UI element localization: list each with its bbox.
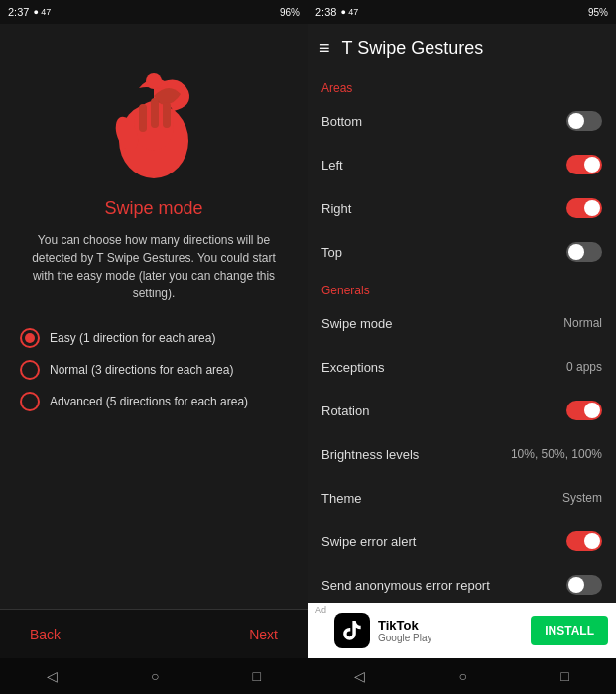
- left-time: 2:37: [8, 6, 29, 18]
- tiktok-logo: [340, 619, 364, 642]
- radio-advanced-circle: [20, 392, 40, 411]
- tiktok-icon: [334, 613, 370, 648]
- right-panel: 2:38 ● 47 95% ≡ T Swipe Gestures Areas B…: [308, 0, 616, 694]
- right-phone-nav: ◁ ○ □: [308, 658, 616, 694]
- right-status-time-container: 2:38 ● 47: [315, 6, 358, 18]
- toolbar-title: T Swipe Gestures: [342, 38, 484, 58]
- section-areas: Areas Bottom Left Right Top: [308, 71, 616, 274]
- toggle-rotation[interactable]: [566, 401, 602, 420]
- item-exceptions-label: Exceptions: [321, 360, 385, 375]
- left-phone-nav: ◁ ○ □: [0, 658, 308, 694]
- ad-banner: Ad TikTok Google Play INSTALL: [308, 603, 616, 658]
- svg-rect-3: [139, 104, 147, 132]
- left-status-bar: 2:37 ● 47 96%: [0, 0, 308, 24]
- swipe-mode-desc: You can choose how many directions will …: [20, 231, 288, 302]
- ad-info: TikTok Google Play: [378, 618, 523, 643]
- item-right-label: Right: [321, 201, 351, 216]
- left-battery: 96%: [280, 7, 300, 18]
- item-error-report-label: Send anonymous error report: [321, 578, 490, 593]
- right-status-bar: 2:38 ● 47 95%: [308, 0, 616, 24]
- home-nav-icon[interactable]: ○: [151, 668, 159, 684]
- left-status-icons: ● 47: [33, 7, 51, 17]
- item-swipe-error[interactable]: Swipe error alert: [308, 520, 616, 563]
- next-button[interactable]: Next: [249, 627, 278, 642]
- left-content: Swipe mode You can choose how many direc…: [0, 24, 308, 609]
- radio-normal-label: Normal (3 directions for each area): [50, 363, 233, 377]
- svg-rect-5: [163, 102, 171, 128]
- ad-title: TikTok: [378, 618, 523, 633]
- radio-easy-circle: [20, 328, 40, 348]
- item-swipe-mode-label: Swipe mode: [321, 316, 393, 331]
- toggle-error-report[interactable]: [566, 575, 602, 595]
- toggle-bottom[interactable]: [566, 111, 602, 131]
- item-brightness-label: Brightness levels: [321, 447, 419, 462]
- toggle-right[interactable]: [566, 198, 602, 218]
- item-left-label: Left: [321, 158, 343, 173]
- ad-marker: Ad: [315, 605, 326, 615]
- left-status-right: 96%: [280, 7, 300, 18]
- item-theme[interactable]: Theme System: [308, 476, 616, 520]
- item-theme-label: Theme: [321, 491, 361, 506]
- svg-point-6: [146, 73, 162, 89]
- item-swipe-mode[interactable]: Swipe mode Normal: [308, 301, 616, 345]
- back-button[interactable]: Back: [30, 627, 61, 642]
- right-status-right: 95%: [588, 7, 608, 18]
- section-header-generals: Generals: [308, 274, 616, 301]
- item-swipe-mode-value: Normal: [563, 316, 602, 330]
- radio-normal-circle: [20, 360, 40, 380]
- item-left[interactable]: Left: [308, 143, 616, 186]
- right-home-nav-icon[interactable]: ○: [459, 668, 467, 684]
- item-error-report[interactable]: Send anonymous error report: [308, 563, 616, 603]
- item-exceptions-value: 0 apps: [566, 360, 602, 374]
- section-header-areas: Areas: [308, 71, 616, 99]
- radio-advanced-label: Advanced (5 directions for each area): [50, 395, 248, 408]
- item-top-label: Top: [321, 245, 342, 260]
- recents-nav-icon[interactable]: □: [253, 668, 261, 684]
- left-panel: 2:37 ● 47 96%: [0, 0, 308, 694]
- right-battery: 95%: [588, 7, 608, 18]
- item-bottom-label: Bottom: [321, 114, 362, 129]
- svg-rect-4: [151, 98, 159, 128]
- item-brightness[interactable]: Brightness levels 10%, 50%, 100%: [308, 432, 616, 476]
- item-brightness-value: 10%, 50%, 100%: [511, 447, 602, 461]
- right-back-nav-icon[interactable]: ◁: [354, 668, 365, 684]
- item-rotation-label: Rotation: [321, 404, 369, 418]
- item-theme-value: System: [562, 491, 602, 505]
- toggle-left[interactable]: [566, 155, 602, 174]
- item-swipe-error-label: Swipe error alert: [321, 534, 416, 549]
- right-recents-nav-icon[interactable]: □: [560, 668, 568, 684]
- ad-subtitle: Google Play: [378, 633, 523, 643]
- radio-normal[interactable]: Normal (3 directions for each area): [20, 354, 288, 386]
- section-generals: Generals Swipe mode Normal Exceptions 0 …: [308, 274, 616, 603]
- radio-easy-label: Easy (1 direction for each area): [50, 331, 215, 345]
- toggle-top[interactable]: [566, 242, 602, 262]
- item-rotation[interactable]: Rotation: [308, 389, 616, 432]
- toolbar: ≡ T Swipe Gestures: [308, 24, 616, 71]
- settings-list: Areas Bottom Left Right Top Generals: [308, 71, 616, 603]
- hamburger-icon[interactable]: ≡: [319, 38, 330, 58]
- install-button[interactable]: INSTALL: [531, 616, 608, 645]
- right-status-icons: ● 47: [340, 7, 358, 17]
- back-nav-icon[interactable]: ◁: [47, 668, 58, 684]
- radio-advanced[interactable]: Advanced (5 directions for each area): [20, 386, 288, 417]
- right-time: 2:38: [315, 6, 336, 18]
- left-bottom-nav: Back Next: [0, 609, 308, 658]
- item-right[interactable]: Right: [308, 186, 616, 230]
- left-status-time: 2:37 ● 47: [8, 6, 51, 18]
- item-top[interactable]: Top: [308, 230, 616, 274]
- swipe-hand-icon: [99, 66, 208, 180]
- swipe-mode-title: Swipe mode: [104, 198, 202, 219]
- hand-icon-container: [94, 63, 213, 182]
- item-bottom[interactable]: Bottom: [308, 99, 616, 143]
- toggle-swipe-error[interactable]: [566, 531, 602, 551]
- item-exceptions[interactable]: Exceptions 0 apps: [308, 345, 616, 389]
- radio-easy[interactable]: Easy (1 direction for each area): [20, 322, 288, 354]
